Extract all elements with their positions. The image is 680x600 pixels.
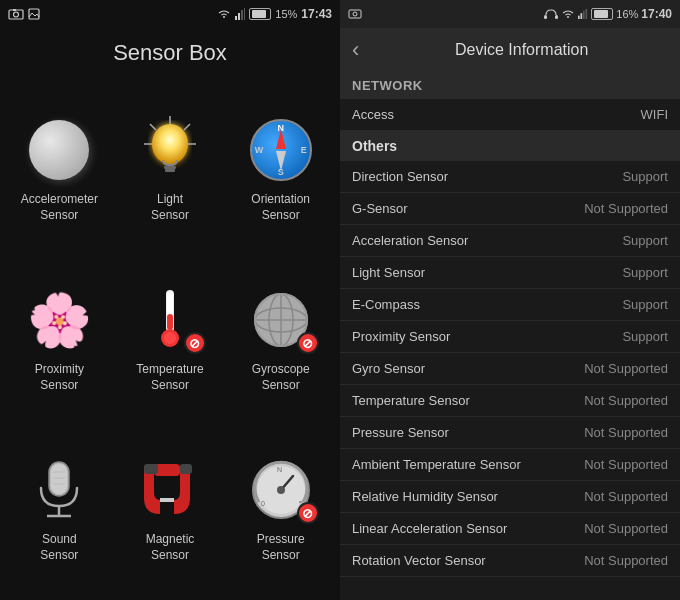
status-icons-left	[8, 8, 40, 20]
accelerometer-label: AccelerometerSensor	[21, 192, 98, 223]
photo-icon-right	[348, 8, 362, 20]
row-value: Support	[622, 265, 668, 280]
image-icon	[28, 8, 40, 20]
gyroscope-icon-wrap: ⊘	[245, 284, 317, 356]
svg-rect-51	[583, 11, 585, 19]
time-left: 17:43	[301, 7, 332, 21]
sensor-magnetic[interactable]: MagneticSensor	[115, 422, 226, 592]
battery-right	[591, 8, 613, 20]
svg-rect-45	[349, 10, 361, 18]
orientation-icon-wrap: N S W E	[245, 114, 317, 186]
sensor-sound[interactable]: SoundSensor	[4, 422, 115, 592]
svg-rect-29	[51, 464, 67, 494]
svg-rect-4	[235, 16, 237, 20]
light-icon-wrap	[134, 114, 206, 186]
back-button[interactable]: ‹	[348, 33, 363, 67]
signal-icon-right	[578, 8, 588, 20]
thermometer-icon	[152, 286, 188, 354]
info-row: Rotation Vector SensorNot Supported	[340, 545, 680, 577]
row-value: Not Supported	[584, 553, 668, 568]
access-row: Access WIFI	[340, 99, 680, 131]
status-icons-right-right: 16% 17:40	[544, 7, 672, 21]
info-row: E-CompassSupport	[340, 289, 680, 321]
pressure-icon-wrap: 0 5 N ⊘	[245, 454, 317, 526]
sensor-proximity[interactable]: 🌸 ProximitySensor	[4, 252, 115, 422]
compass-e: E	[301, 145, 307, 155]
not-supported-badge-temp: ⊘	[184, 332, 206, 354]
status-icons-right-left	[348, 8, 362, 20]
info-row: Gyro SensorNot Supported	[340, 353, 680, 385]
info-list[interactable]: Direction SensorSupportG-SensorNot Suppo…	[340, 161, 680, 600]
sensor-grid: AccelerometerSensor	[0, 74, 340, 600]
row-label: Temperature Sensor	[352, 393, 470, 408]
left-panel: 15% 17:43 Sensor Box AccelerometerSensor	[0, 0, 340, 600]
info-row: Acceleration SensorSupport	[340, 225, 680, 257]
temperature-icon-wrap: ⊘	[134, 284, 206, 356]
not-supported-badge-gyro: ⊘	[297, 332, 319, 354]
svg-rect-18	[167, 314, 173, 330]
wifi-icon-left	[217, 8, 231, 20]
bulb-icon	[140, 116, 200, 184]
svg-rect-37	[180, 464, 192, 474]
magnetic-icon-wrap	[134, 454, 206, 526]
status-info-right: 15% 17:43	[217, 7, 332, 21]
headphone-icon	[544, 8, 558, 20]
row-value: Support	[622, 169, 668, 184]
row-value: Not Supported	[584, 361, 668, 376]
sensor-temperature[interactable]: ⊘ TemperatureSensor	[115, 252, 226, 422]
pressure-label: PressureSensor	[257, 532, 305, 563]
svg-rect-7	[244, 8, 245, 20]
sensor-pressure[interactable]: 0 5 N ⊘ PressureSensor	[225, 422, 336, 592]
svg-line-13	[150, 124, 156, 130]
device-info-title: Device Information	[371, 41, 672, 59]
svg-rect-6	[241, 10, 243, 20]
svg-point-46	[353, 12, 357, 16]
right-panel: 16% 17:40 ‹ Device Information Network A…	[340, 0, 680, 600]
row-label: Rotation Vector Sensor	[352, 553, 486, 568]
flower-icon: 🌸	[27, 294, 92, 346]
row-value: Support	[622, 297, 668, 312]
battery-pct-left: 15%	[275, 8, 297, 20]
svg-rect-36	[144, 464, 158, 474]
proximity-icon-wrap: 🌸	[23, 284, 95, 356]
row-label: E-Compass	[352, 297, 420, 312]
info-row: Ambient Temperature SensorNot Supported	[340, 449, 680, 481]
svg-point-41	[277, 486, 285, 494]
compass-s: S	[278, 167, 284, 177]
row-label: Direction Sensor	[352, 169, 448, 184]
info-row: Temperature SensorNot Supported	[340, 385, 680, 417]
network-section-header: Network	[340, 72, 680, 99]
info-row: Proximity SensorSupport	[340, 321, 680, 353]
info-row: G-SensorNot Supported	[340, 193, 680, 225]
svg-rect-5	[238, 13, 240, 20]
row-label: Ambient Temperature Sensor	[352, 457, 521, 472]
svg-rect-52	[586, 9, 588, 19]
time-right: 17:40	[641, 7, 672, 21]
row-value: Not Supported	[584, 393, 668, 408]
info-row: Light SensorSupport	[340, 257, 680, 289]
svg-text:0: 0	[261, 500, 265, 507]
others-label: Others	[352, 138, 397, 154]
info-row: Linear Acceleration SensorNot Supported	[340, 513, 680, 545]
access-label: Access	[352, 107, 394, 122]
svg-rect-50	[581, 13, 583, 19]
svg-rect-48	[555, 15, 558, 19]
sensor-light[interactable]: LightSensor	[115, 82, 226, 252]
row-label: Relative Humidity Sensor	[352, 489, 498, 504]
sensor-gyroscope[interactable]: ⊘ GyroscopeSensor	[225, 252, 336, 422]
not-supported-badge-pressure: ⊘	[297, 502, 319, 524]
sensor-orientation[interactable]: N S W E OrientationSensor	[225, 82, 336, 252]
battery-fill-left	[252, 10, 266, 18]
row-label: Proximity Sensor	[352, 329, 450, 344]
sensor-accelerometer[interactable]: AccelerometerSensor	[4, 82, 115, 252]
info-row: Relative Humidity SensorNot Supported	[340, 481, 680, 513]
svg-point-20	[164, 332, 176, 344]
battery-left	[249, 8, 271, 20]
row-label: Linear Acceleration Sensor	[352, 521, 507, 536]
sound-icon-wrap	[23, 454, 95, 526]
row-value: Support	[622, 233, 668, 248]
svg-rect-49	[578, 16, 580, 19]
row-label: Acceleration Sensor	[352, 233, 468, 248]
status-bar-right: 16% 17:40	[340, 0, 680, 28]
sphere-icon	[29, 120, 89, 180]
